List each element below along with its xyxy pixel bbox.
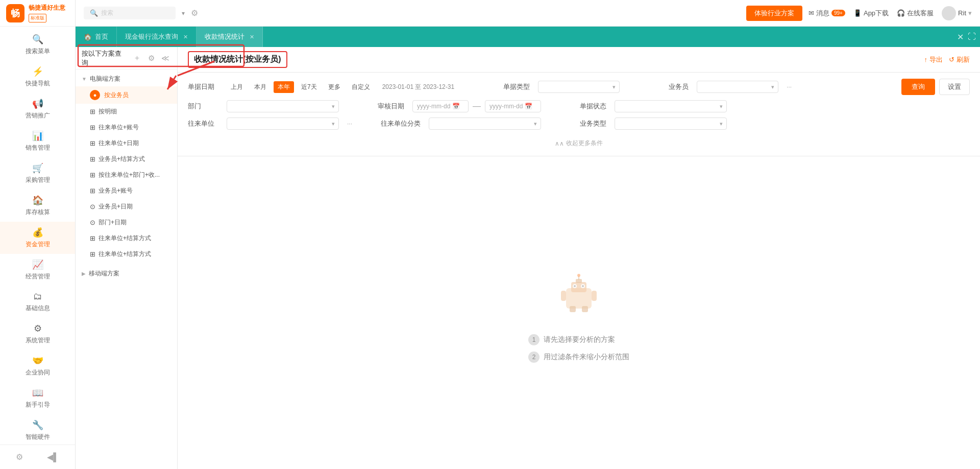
sidebar-item-operations[interactable]: 📈 经营管理 [0, 254, 75, 286]
counterpart-select[interactable] [227, 118, 339, 130]
tree-desktop-header[interactable]: ▼ 电脑端方案 [76, 72, 177, 86]
tree-item-counterpart-date[interactable]: ⊞ 往来单位+日期 [76, 135, 177, 151]
biz-type-select[interactable] [615, 118, 727, 130]
salesperson-select-wrap [697, 81, 778, 93]
topbar-search-box[interactable]: 🔍 搜索 [84, 7, 176, 19]
sidebar-item-system[interactable]: ⚙ 系统管理 [0, 318, 75, 350]
tree-item-counterpart-dept-label: 按往来单位+部门+收... [99, 171, 160, 179]
collapse-btn[interactable]: ∧∧ 收起更多条件 [555, 139, 603, 148]
online-service-btn[interactable]: 🎧 在线客服 [897, 9, 934, 18]
counterpart-select-wrap [227, 118, 339, 130]
sidebar-item-marketing[interactable]: 📢 营销推广 [0, 93, 75, 125]
empty-state-area: 1 请先选择要分析的方案 2 用过滤条件来缩小分析范围 [178, 156, 980, 469]
collapse-row: ∧∧ 收起更多条件 [188, 135, 970, 152]
user-avatar [942, 6, 956, 20]
tree-mobile-section: ▶ 移动端方案 [76, 264, 177, 283]
trial-btn[interactable]: 体验行业方案 [746, 6, 802, 21]
sidebar-item-system-label: 系统管理 [26, 336, 50, 345]
sidebar-item-purchase[interactable]: 🛒 采购管理 [0, 157, 75, 190]
user-menu[interactable]: Rit ▾ [942, 6, 972, 20]
sidebar-item-guide-label: 新手引导 [26, 401, 50, 409]
settings-footer-btn[interactable]: ⚙ [16, 452, 23, 462]
tree-item-counterpart-account[interactable]: ⊞ 往来单位+账号 [76, 120, 177, 135]
tree-item-salesperson-settlement[interactable]: ⊞ 业务员+结算方式 [76, 151, 177, 167]
salesperson-more-btn[interactable]: ··· [787, 83, 792, 90]
sidebar-item-hardware[interactable]: 🔧 智能硬件 [0, 414, 75, 444]
svg-rect-12 [582, 306, 588, 312]
tree-item-counterpart-dept[interactable]: ⊞ 按往来单位+部门+收... [76, 167, 177, 183]
date-btn-last-7days[interactable]: 近7天 [297, 81, 321, 93]
page-header: 收款情况统计(按业务员) ↑ 导出 ↺ 刷新 [178, 47, 980, 73]
sidebar-footer: ⚙ ◀▌ [0, 444, 75, 469]
sidebar-item-search[interactable]: 🔍 搜索菜单 [0, 29, 75, 61]
collapse-panel-btn[interactable]: ≪ [160, 53, 171, 64]
tab-cashbank[interactable]: 现金银行流水查询 ✕ [117, 27, 197, 47]
query-btn[interactable]: 查询 [901, 79, 935, 95]
date-btn-this-year[interactable]: 本年 [274, 81, 294, 93]
date-btn-last-month[interactable]: 上月 [227, 81, 247, 93]
setting-btn[interactable]: 设置 [939, 79, 970, 95]
tree-item-counterpart-settlement1[interactable]: ⊞ 往来单位+结算方式 [76, 230, 177, 246]
topbar-gear-icon[interactable]: ⚙ [191, 8, 198, 18]
review-date-from-input[interactable]: yyyy-mm-dd 📅 [412, 100, 469, 112]
tree-item-salesperson-date[interactable]: ⊙ 业务员+日期 [76, 199, 177, 215]
tree-item-counterpart-account-label: 往来单位+账号 [99, 123, 139, 132]
date-btn-custom[interactable]: 自定义 [348, 81, 374, 93]
counterpart-settlement1-icon: ⊞ [90, 235, 95, 242]
review-date-label: 审核日期 [378, 102, 404, 111]
tabbar-maximize-btn[interactable]: ⛶ [968, 32, 976, 41]
export-btn[interactable]: ↑ 导出 [924, 55, 943, 64]
tree-item-counterpart-date-label: 往来单位+日期 [99, 139, 139, 148]
svg-rect-10 [592, 291, 597, 301]
tree-item-dept-date[interactable]: ⊙ 部门+日期 [76, 215, 177, 230]
tree-item-counterpart-settlement2[interactable]: ⊞ 往来单位+结算方式 [76, 246, 177, 262]
tab-home[interactable]: 🏠 首页 [76, 27, 117, 47]
doc-status-select[interactable] [615, 100, 727, 112]
sidebar-item-sales[interactable]: 📊 销售管理 [0, 125, 75, 157]
tree-item-dept-date-label: 部门+日期 [99, 218, 127, 227]
main-area: 🔍 搜索 ▾ ⚙ 体验行业方案 ✉ 消息 99+ 📱 App下载 🎧 在线客服 … [76, 0, 980, 469]
dept-select[interactable] [227, 100, 339, 112]
tree-mobile-header[interactable]: ▶ 移动端方案 [76, 266, 177, 281]
review-date-to-input[interactable]: yyyy-mm-dd 📅 [485, 100, 541, 112]
tab-cashbank-close[interactable]: ✕ [183, 34, 188, 40]
sidebar-item-finance[interactable]: 💰 资金管理 [0, 222, 75, 254]
basic-icon: 🗂 [33, 291, 42, 302]
config-scheme-btn[interactable]: ⚙ [145, 53, 157, 64]
sidebar-item-guide[interactable]: 📖 新手引导 [0, 382, 75, 414]
sales-icon: 📊 [32, 130, 43, 142]
system-icon: ⚙ [34, 323, 42, 334]
collapse-sidebar-btn[interactable]: ◀▌ [47, 452, 59, 462]
export-icon: ↑ [924, 56, 928, 63]
sidebar-item-quicknav[interactable]: ⚡ 快捷导航 [0, 61, 75, 93]
tree-item-detail[interactable]: ⊞ 按明细 [76, 104, 177, 120]
add-scheme-btn[interactable]: ＋ [131, 53, 142, 64]
voucher-type-select[interactable] [538, 81, 620, 93]
message-btn[interactable]: ✉ 消息 99+ [808, 9, 845, 18]
guide-icon: 📖 [32, 387, 43, 398]
sidebar-item-basic[interactable]: 🗂 基础信息 [0, 286, 75, 318]
date-btn-this-month[interactable]: 本月 [250, 81, 271, 93]
sidebar-item-inventory[interactable]: 🏠 库存核算 [0, 190, 75, 222]
tab-receipt-stats[interactable]: 收款情况统计 ✕ [197, 27, 263, 47]
tree-item-salesperson-account[interactable]: ⊞ 业务员+账号 [76, 183, 177, 199]
tab-receipt-stats-close[interactable]: ✕ [250, 34, 254, 40]
date-separator: — [473, 102, 481, 111]
app-download-btn[interactable]: 📱 App下载 [853, 9, 889, 18]
counterpart-cat-label: 往来单位分类 [381, 119, 421, 128]
counterpart-more-btn[interactable]: ··· [347, 120, 352, 127]
message-label: 消息 [816, 9, 829, 18]
counterpart-cat-select[interactable] [429, 118, 541, 130]
refresh-btn[interactable]: ↺ 刷新 [949, 55, 970, 64]
tree-item-by-salesperson[interactable]: ● 按业务员 [76, 86, 177, 104]
topbar-dropdown-btn[interactable]: ▾ [182, 10, 185, 17]
hardware-icon: 🔧 [32, 419, 43, 431]
sidebar-item-collab[interactable]: 🤝 企业协同 [0, 350, 75, 382]
salesperson-select[interactable] [697, 81, 778, 93]
tabbar-close-btn[interactable]: ✕ [957, 32, 964, 42]
tabbar: 🏠 首页 现金银行流水查询 ✕ 收款情况统计 ✕ ✕ ⛶ [76, 27, 980, 47]
date-btn-more[interactable]: 更多 [324, 81, 345, 93]
operations-icon: 📈 [32, 259, 43, 270]
filter-row-1: 单据日期 上月 本月 本年 近7天 更多 自定义 2023-01-01 至 20… [188, 79, 970, 95]
purchase-icon: 🛒 [32, 162, 43, 174]
